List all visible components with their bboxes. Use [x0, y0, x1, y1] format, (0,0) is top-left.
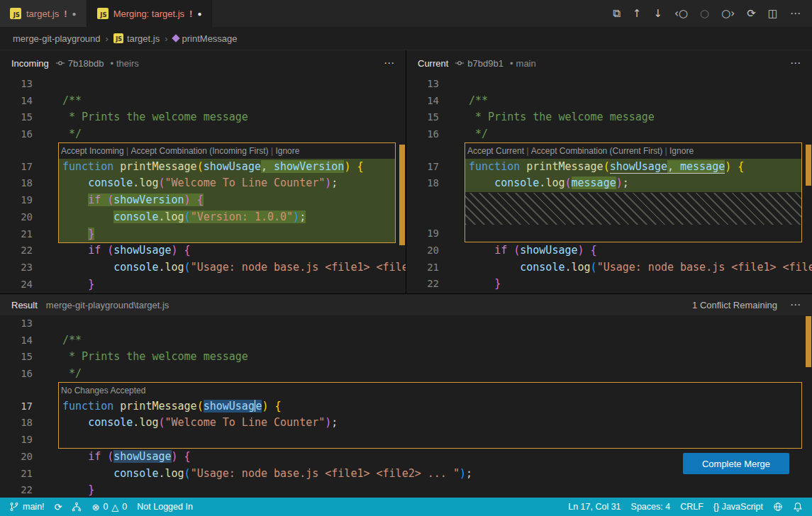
merge-top-split: Incoming 7b18bdb •theirs ⋯ 1314/**15 * P… [0, 50, 812, 293]
complete-merge-button[interactable]: Complete Merge [683, 453, 789, 474]
eol-item[interactable]: CRLF [675, 498, 708, 516]
indentation-item[interactable]: Spaces: 4 [626, 498, 676, 516]
tab-merging-target-js[interactable]: JS Merging: target.js ! ● [87, 0, 213, 27]
code-line[interactable] [450, 76, 812, 93]
code-line[interactable]: function printMessage(showUsage) { [44, 398, 812, 415]
code-line[interactable]: */ [44, 126, 406, 143]
cursor-position-item[interactable]: Ln 17, Col 31 [563, 498, 625, 516]
code-line[interactable]: /** [44, 93, 406, 110]
conflict-action-link[interactable]: Ignore [275, 143, 299, 159]
language-mode-item[interactable]: {} JavaScript [708, 498, 768, 516]
next-conflict-icon[interactable]: ↓ [653, 7, 662, 20]
code-line[interactable]: console.log("Version: 1.0.0"); [44, 209, 406, 226]
problems-status-item[interactable]: ⊗ 0 △ 0 [87, 498, 132, 516]
code-line[interactable]: console.log("Welcome To Line Counter"); [44, 415, 812, 432]
code-line[interactable] [450, 225, 812, 242]
layout-right-icon[interactable]: ○› [721, 7, 735, 20]
code-line[interactable]: if (showUsage) { [44, 242, 406, 259]
layout-center-icon[interactable]: ○ [700, 7, 709, 20]
code-row: 14/** [406, 93, 812, 110]
branch-status-item[interactable]: main! [4, 498, 50, 516]
breadcrumb: merge-git-playground › JS target.js › pr… [0, 27, 812, 50]
commit-ref: b7bd9b1 [455, 58, 504, 69]
line-number: 13 [0, 315, 44, 332]
breadcrumb-item-symbol[interactable]: printMessage [173, 33, 238, 44]
code-line[interactable]: console.log("Usage: node base.js <file1>… [450, 259, 812, 276]
code-row: 19 [406, 225, 812, 242]
code-line[interactable]: } [44, 276, 406, 293]
line-number: 20 [0, 449, 44, 466]
conflict-action-link[interactable]: Accept Combination (Incoming First) [131, 143, 269, 159]
modified-dot-icon[interactable]: ● [72, 10, 77, 18]
code-row: 14/** [0, 93, 406, 110]
git-commit-icon [55, 58, 65, 68]
browser-status-item[interactable] [768, 498, 788, 516]
result-editor[interactable]: Complete Merge 1314/**15 * Prints the we… [0, 315, 812, 498]
code-line[interactable]: console.log("Welcome To Line Counter"); [44, 175, 406, 192]
code-line[interactable]: function printMessage(showUsage, message… [450, 159, 812, 176]
code-line[interactable]: console.log(message); [450, 175, 812, 192]
code-line[interactable] [44, 76, 406, 93]
line-number: 17 [0, 398, 44, 415]
code-line[interactable]: /** [44, 332, 812, 349]
source-control-icon [72, 502, 82, 512]
breadcrumb-item-file[interactable]: JS target.js [113, 33, 160, 44]
code-line[interactable]: } [450, 276, 812, 293]
login-status-item[interactable]: Not Logged In [132, 498, 198, 516]
incoming-pane: Incoming 7b18bdb •theirs ⋯ 1314/**15 * P… [0, 50, 406, 293]
code-line[interactable]: if (showVersion) { [44, 192, 406, 209]
line-number: 22 [406, 276, 450, 293]
code-line[interactable]: /** [450, 93, 812, 110]
line-number: 14 [406, 93, 450, 110]
tab-target-js[interactable]: JS target.js ! ● [0, 0, 87, 27]
notifications-status-item[interactable] [788, 498, 808, 516]
more-actions-icon[interactable]: ⋯ [790, 7, 801, 20]
line-number: 14 [0, 93, 44, 110]
conflict-action-separator: | [269, 143, 276, 159]
line-number: 17 [0, 159, 44, 176]
code-line[interactable] [44, 315, 812, 332]
code-line[interactable]: console.log("Usage: node base.js <file1>… [44, 259, 406, 276]
code-line[interactable]: * Prints the welcome message [44, 109, 406, 126]
conflict-action-link[interactable]: Accept Current [467, 143, 524, 159]
code-line[interactable]: function printMessage(showUsage, showVer… [44, 159, 406, 176]
git-branch-icon [9, 502, 19, 512]
warnings-icon: △ [111, 502, 118, 512]
conflict-action-separator: | [662, 143, 669, 159]
code-line[interactable]: * Prints the welcome message [450, 109, 812, 126]
result-file-path: merge-git-playground\target.js [46, 300, 169, 310]
code-line[interactable]: */ [44, 366, 812, 383]
conflict-action-link[interactable]: Accept Incoming [61, 143, 124, 159]
layout-left-icon[interactable]: ‹○ [674, 7, 688, 20]
line-number: 13 [406, 76, 450, 93]
code-line[interactable]: * Prints the welcome message [44, 349, 812, 366]
commit-ref: 7b18bdb [55, 58, 104, 69]
split-editor-icon[interactable]: ◫ [768, 7, 778, 20]
code-row: 18 console.log("Welcome To Line Counter"… [0, 415, 812, 432]
sync-status-item[interactable]: ⟳ [50, 498, 67, 516]
code-row: 24 } [0, 276, 406, 293]
current-editor[interactable]: 1314/**15 * Prints the welcome message16… [406, 76, 812, 293]
current-pane-header: Current b7bd9b1 •main ⋯ [406, 50, 812, 76]
more-actions-icon[interactable]: ⋯ [790, 57, 801, 69]
accept-all-icon[interactable]: ⟳ [747, 7, 756, 20]
git-conflict-badge: ! [64, 9, 67, 19]
code-line[interactable]: */ [450, 126, 812, 143]
code-line[interactable]: } [44, 482, 812, 498]
symbol-method-icon [172, 34, 179, 42]
go-to-file-icon[interactable]: ⧉ [613, 7, 621, 20]
conflict-action-link[interactable]: Accept Combination (Current First) [531, 143, 662, 159]
previous-conflict-icon[interactable]: ↑ [633, 7, 642, 20]
code-line[interactable]: if (showUsage) { [450, 242, 812, 259]
source-control-status-item[interactable] [67, 498, 87, 516]
code-line[interactable] [44, 432, 812, 449]
more-actions-icon[interactable]: ⋯ [790, 298, 801, 311]
code-line[interactable]: } [44, 226, 406, 243]
conflict-action-link[interactable]: Ignore [669, 143, 694, 159]
bell-icon [793, 502, 803, 512]
more-actions-icon[interactable]: ⋯ [384, 57, 394, 69]
code-row: 20 if (showUsage) { [406, 242, 812, 259]
modified-dot-icon[interactable]: ● [197, 10, 201, 18]
breadcrumb-item-folder[interactable]: merge-git-playground [13, 33, 101, 44]
incoming-editor[interactable]: 1314/**15 * Prints the welcome message16… [0, 76, 406, 293]
